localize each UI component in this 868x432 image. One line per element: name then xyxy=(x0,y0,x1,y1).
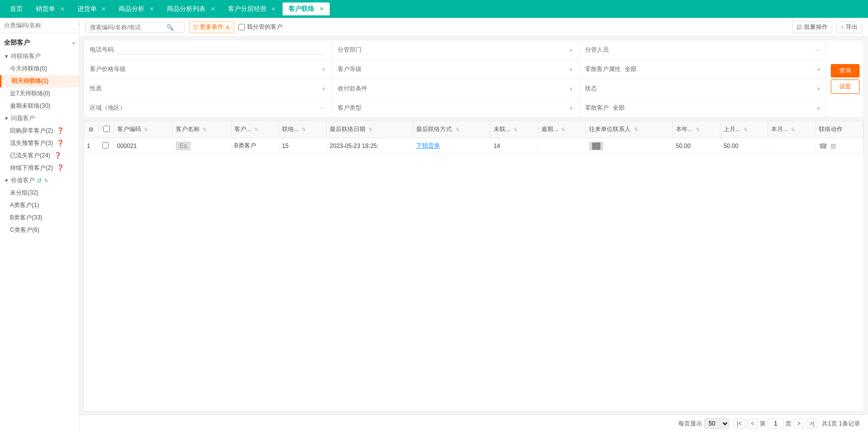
th-current-month[interactable]: 本月... ⇅ xyxy=(768,121,816,138)
th-current-year[interactable]: 本年... ⇅ xyxy=(672,121,720,138)
sidebar-item-class-a[interactable]: A类客户(1) xyxy=(0,199,79,212)
sidebar-item-churn-warning[interactable]: 流失预警客户(3) ❓ xyxy=(0,137,79,149)
chevron-down-icon9: ∨ xyxy=(817,105,820,111)
nav-product-analysis-close[interactable]: ✕ xyxy=(149,6,154,12)
sidebar-group-value-customers[interactable]: ▼ 价值客户 ↺ ✎ xyxy=(0,174,79,187)
th-customer-code[interactable]: 客户编码 ⇅ xyxy=(114,121,172,138)
filter-retail-attr-select[interactable]: 全部 ∨ xyxy=(625,65,820,73)
pager-next-button[interactable]: > xyxy=(794,419,804,429)
sidebar-item-tomorrow-contact[interactable]: 明天待联络(1) xyxy=(0,75,79,87)
sidebar-all-customers[interactable]: 全部客户 « xyxy=(0,35,79,50)
td-last-contact-date: 2023-05-23 18:25: xyxy=(327,138,413,154)
filter-payment-select[interactable]: ∨ xyxy=(371,86,573,91)
pager-current-page-input[interactable] xyxy=(768,419,784,429)
td-checkbox[interactable] xyxy=(99,138,114,154)
pager-last-button[interactable]: >| xyxy=(806,419,818,429)
sort-icon8: ⇅ xyxy=(561,127,565,132)
filter-icon: ▽ xyxy=(193,24,198,31)
nav-customer-contact-close[interactable]: ✕ xyxy=(319,6,324,12)
filter-cell-phone: 电话号码 xyxy=(84,40,332,59)
sidebar-item-abnormal-repurchase[interactable]: 回购异常客户(2) ❓ xyxy=(0,125,79,137)
pager-prev-button[interactable]: < xyxy=(747,419,758,429)
set-button[interactable]: 设置 xyxy=(831,79,860,94)
filter-customer-type-select[interactable]: ∨ xyxy=(365,105,573,111)
page-size-select[interactable]: 50 100 200 xyxy=(704,418,729,429)
th-last-contact-date[interactable]: 最后联络日期 ⇅ xyxy=(327,121,413,138)
sidebar-group-pending-contact[interactable]: ▼ 待联络客户 xyxy=(0,50,79,63)
filter-phone-input[interactable] xyxy=(118,45,325,55)
td-customer-code: 000021 xyxy=(114,138,172,154)
nav-customer-tier[interactable]: 客户分层经营 ✕ xyxy=(222,2,282,15)
nav-product-analysis-list-close[interactable]: ✕ xyxy=(211,6,215,12)
sidebar-item-declining[interactable]: 持续下滑客户(2) ❓ xyxy=(0,162,79,174)
th-uncontacted[interactable]: 未联... ⇅ xyxy=(490,121,538,138)
query-button[interactable]: 查询 xyxy=(831,64,860,77)
manager-ellipsis[interactable]: ··· xyxy=(815,46,820,53)
value-customer-refresh-icon[interactable]: ↺ xyxy=(37,177,42,184)
nav-customer-tier-close[interactable]: ✕ xyxy=(271,6,276,12)
value-customer-edit-icon[interactable]: ✎ xyxy=(44,177,49,184)
nav-product-analysis[interactable]: 商品分析 ✕ xyxy=(113,2,160,15)
nav-home[interactable]: 首页 xyxy=(4,2,29,15)
th-checkbox[interactable] xyxy=(99,121,114,138)
th-customer-type[interactable]: 客户... ⇅ xyxy=(231,121,279,138)
sidebar-item-class-c[interactable]: C类客户(6) xyxy=(0,224,79,236)
sidebar-item-7days-contact[interactable]: 近7天待联络(0) xyxy=(0,87,79,100)
call-action-icon[interactable]: ☎ xyxy=(819,142,827,150)
nav-customer-contact[interactable]: 客户联络 ✕ xyxy=(283,2,330,15)
nav-product-analysis-list[interactable]: 商品分析列表 ✕ xyxy=(161,2,221,15)
select-all-checkbox[interactable] xyxy=(103,126,110,132)
last-contact-method-link[interactable]: 下销货单 xyxy=(416,142,440,149)
export-button[interactable]: ↑ 导出 xyxy=(836,21,862,33)
th-last-month[interactable]: 上月... ⇅ xyxy=(720,121,768,138)
gear-icon[interactable]: ⚙ xyxy=(88,126,94,133)
filter-cell-nature: 性质 ∨ xyxy=(84,79,332,98)
toolbar-search-icon[interactable]: 🔍 xyxy=(166,24,174,31)
pager-first-button[interactable]: |< xyxy=(733,419,745,429)
th-unit-contact[interactable]: 往来单位联系人 ⇅ xyxy=(586,121,673,138)
sidebar-group-problem-customers[interactable]: ▼ 问题客户 xyxy=(0,112,79,125)
sidebar-item-today-contact[interactable]: 今天待联络(0) xyxy=(0,63,79,75)
more-filters-button[interactable]: ▽ 更多条件 ∧ xyxy=(189,21,234,33)
sort-icon5: ⇅ xyxy=(368,127,372,132)
filter-nature-select[interactable]: ∨ xyxy=(106,86,325,91)
th-contact-count[interactable]: 联络... ⇅ xyxy=(279,121,326,138)
td-customer-type: B类客户 xyxy=(231,138,279,154)
nav-purchase-order[interactable]: 进货单 ✕ xyxy=(72,2,112,15)
chevron-up-icon: ∧ xyxy=(225,24,230,31)
table-container: ⚙ 客户编码 ⇅ 客户名称 ⇅ 客户... ⇅ 联络... ⇅ 最后联络日期 ⇅… xyxy=(83,121,864,412)
sidebar-content: 全部客户 « ▼ 待联络客户 今天待联络(0) 明天待联络(1) 近7天待联络(… xyxy=(0,33,79,432)
batch-ops-button[interactable]: ☑ 批量操作 xyxy=(792,21,832,33)
filter-status-select[interactable]: ∨ xyxy=(601,86,820,91)
sidebar: 🔍 全部客户 « ▼ 待联络客户 今天待联络(0) 明天待联络(1) 近7天待联… xyxy=(0,18,79,432)
nav-purchase-order-close[interactable]: ✕ xyxy=(101,6,106,12)
region-ellipsis[interactable]: ··· xyxy=(320,104,325,111)
sidebar-search-input[interactable] xyxy=(4,22,78,29)
th-overdue[interactable]: 逾期... ⇅ xyxy=(538,121,586,138)
sidebar-item-ungrouped[interactable]: 未分组(32) xyxy=(0,187,79,199)
toolbar-search-input[interactable] xyxy=(90,24,164,31)
row-checkbox[interactable] xyxy=(102,142,109,148)
footer: 每页显示 50 100 200 |< < 第 页 > >| 共1页 1条记录 xyxy=(79,415,868,432)
more-action-icon[interactable]: ⊞ xyxy=(830,142,836,150)
sidebar-item-class-b[interactable]: B类客户(33) xyxy=(0,212,79,224)
td-last-contact-method[interactable]: 下销货单 xyxy=(413,138,491,154)
th-gear[interactable]: ⚙ xyxy=(84,121,99,138)
filter-retail-customer-select[interactable]: 全部 ∨ xyxy=(613,104,820,112)
td-current-year: 50.00 xyxy=(672,138,720,154)
sidebar-item-churned[interactable]: 已流失客户(24) ❓ xyxy=(0,149,79,162)
filter-price-level-select[interactable]: ∨ xyxy=(130,67,325,72)
nav-sales-order[interactable]: 销货单 ✕ xyxy=(30,2,71,15)
th-last-contact-method[interactable]: 最后联络方式 ⇅ xyxy=(413,121,491,138)
td-last-month: 50.00 xyxy=(720,138,768,154)
help-icon2: ❓ xyxy=(57,140,64,146)
th-customer-name[interactable]: 客户名称 ⇅ xyxy=(172,121,231,138)
my-customer-checkbox-area[interactable]: 我分管的客户 xyxy=(238,23,283,31)
td-num: 1 xyxy=(84,138,99,154)
sidebar-item-overdue-contact[interactable]: 逾期未联络(30) xyxy=(0,100,79,112)
sidebar-collapse-icon: « xyxy=(72,40,75,46)
nav-sales-order-close[interactable]: ✕ xyxy=(60,6,65,12)
filter-dept-select[interactable]: ∨ xyxy=(365,47,573,53)
filter-customer-level-select[interactable]: ∨ xyxy=(365,67,573,72)
my-customer-checkbox[interactable] xyxy=(238,24,245,30)
